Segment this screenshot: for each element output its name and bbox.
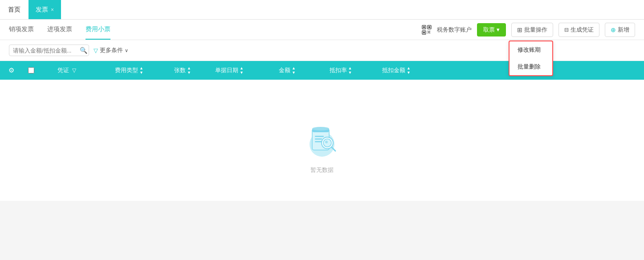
- count-sort[interactable]: ▲▼: [187, 66, 191, 75]
- add-icon: ⊕: [611, 26, 616, 33]
- empty-state: 暂无数据: [0, 80, 644, 201]
- th-amount: 金额 ▲▼: [258, 66, 316, 75]
- tab-input-invoice[interactable]: 进项发票: [47, 20, 72, 40]
- th-settings[interactable]: ⚙: [0, 66, 22, 74]
- sub-tabs-left: 销项发票 进项发票 费用小票: [9, 20, 110, 40]
- th-deduct-amount: 抵扣金额 ▲▼: [365, 66, 428, 75]
- date-sort[interactable]: ▲▼: [240, 66, 244, 75]
- search-input-wrap[interactable]: 🔍: [9, 45, 89, 56]
- dropdown-item-modify-period[interactable]: 修改账期: [509, 41, 552, 58]
- take-invoice-label: 取票: [483, 26, 495, 34]
- th-expense-type: 费用类型 ▲▼: [94, 66, 165, 75]
- deduct-amount-sort[interactable]: ▲▼: [407, 66, 411, 75]
- gen-voucher-button[interactable]: ⊟ 生成凭证: [558, 23, 599, 37]
- empty-state-text: 暂无数据: [310, 166, 334, 174]
- th-count: 张数 ▲▼: [165, 66, 200, 75]
- qr-icon-button[interactable]: [422, 25, 432, 35]
- svg-rect-5: [423, 32, 425, 33]
- batch-op-label: 批量操作: [524, 26, 547, 34]
- more-filter-button[interactable]: ▽ 更多条件 ∨: [94, 46, 128, 54]
- batch-op-dropdown: 修改账期 批量删除: [509, 41, 553, 76]
- add-label: 新增: [618, 26, 629, 34]
- search-icon: 🔍: [80, 47, 87, 54]
- dropdown-item-batch-delete[interactable]: 批量删除: [509, 58, 552, 75]
- empty-state-icon: [300, 115, 344, 160]
- sub-tabs-bar: 销项发票 进项发票 费用小票 税务数字账: [0, 20, 644, 40]
- svg-rect-6: [428, 31, 428, 32]
- qr-icon: [422, 25, 432, 35]
- svg-rect-9: [429, 32, 430, 33]
- sub-tabs-right: 税务数字账户 取票 ▾ ⊞ 批量操作 修改账期 批量删除 ⊟ 生成凭证 ⊕: [422, 23, 635, 37]
- batch-op-button[interactable]: ⊞ 批量操作: [511, 23, 553, 37]
- voucher-filter-icon[interactable]: ▽: [72, 67, 76, 73]
- svg-rect-15: [315, 138, 322, 140]
- tab-sales-invoice[interactable]: 销项发票: [9, 20, 34, 40]
- main-content: 暂无数据: [0, 80, 644, 201]
- svg-rect-1: [423, 26, 425, 28]
- nav-tab-invoice[interactable]: 发票 ×: [29, 0, 61, 19]
- amount-sort[interactable]: ▲▼: [292, 66, 296, 75]
- take-invoice-arrow: ▾: [497, 26, 500, 33]
- more-filter-label: 更多条件: [100, 46, 123, 54]
- take-invoice-button[interactable]: 取票 ▾: [477, 23, 506, 37]
- expense-type-sort[interactable]: ▲▼: [139, 66, 143, 75]
- batch-op-container: ⊞ 批量操作 修改账期 批量删除: [511, 23, 553, 37]
- add-button[interactable]: ⊕ 新增: [605, 23, 635, 37]
- th-checkbox[interactable]: [22, 67, 40, 73]
- more-filter-arrow: ∨: [125, 48, 128, 53]
- svg-point-21: [312, 127, 329, 130]
- svg-rect-7: [429, 31, 430, 32]
- batch-op-icon: ⊞: [517, 26, 522, 33]
- svg-rect-3: [428, 26, 430, 28]
- th-voucher: 凭证 ▽: [40, 66, 94, 74]
- filter-icon: ▽: [94, 47, 98, 54]
- nav-home[interactable]: 首页: [0, 0, 29, 19]
- nav-tab-label: 发票: [36, 6, 48, 14]
- top-nav: 首页 发票 ×: [0, 0, 644, 20]
- svg-rect-10: [428, 32, 429, 32]
- svg-point-20: [325, 141, 328, 143]
- nav-tab-close[interactable]: ×: [51, 7, 54, 13]
- th-deduct-rate: 抵扣率 ▲▼: [316, 66, 365, 75]
- settings-icon: ⚙: [8, 66, 14, 74]
- tab-expense-receipt[interactable]: 费用小票: [86, 20, 110, 40]
- th-date: 单据日期 ▲▼: [200, 66, 258, 75]
- svg-rect-8: [428, 32, 428, 33]
- gen-voucher-label: 生成凭证: [571, 26, 594, 34]
- search-input[interactable]: [13, 47, 80, 54]
- svg-rect-14: [315, 136, 324, 137]
- select-all-checkbox[interactable]: [28, 67, 34, 73]
- deduct-rate-sort[interactable]: ▲▼: [348, 66, 352, 75]
- tax-account-button[interactable]: 税务数字账户: [437, 26, 472, 34]
- gen-voucher-icon: ⊟: [564, 27, 569, 33]
